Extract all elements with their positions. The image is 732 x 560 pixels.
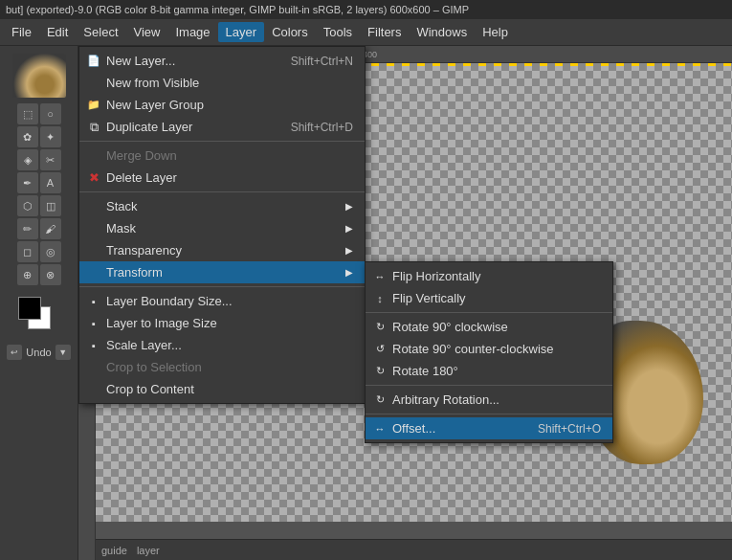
layer-menu: 📄 New Layer... Shift+Ctrl+N New from Vis… [78, 46, 366, 404]
menu-file[interactable]: File [4, 22, 39, 42]
rotate-90ccw-icon: ↺ [371, 343, 388, 355]
menu-edit[interactable]: Edit [39, 22, 76, 42]
tool-free-select[interactable]: ✿ [17, 126, 38, 147]
new-layer-icon: 📄 [85, 55, 102, 67]
tool-row-6: ✏ 🖌 [17, 218, 61, 239]
rotate-180-icon: ↻ [371, 365, 388, 377]
tool-ellipse-select[interactable]: ○ [40, 103, 61, 124]
arbitrary-rotation-icon: ↻ [371, 393, 388, 406]
menu-item-stack[interactable]: Stack ▶ [79, 195, 365, 217]
tool-text[interactable]: A [40, 172, 61, 193]
guide-label: guide [101, 545, 127, 556]
tool-by-color[interactable]: ◈ [17, 149, 38, 170]
separator-1 [79, 141, 365, 142]
tool-erase[interactable]: ◻ [17, 241, 38, 262]
delete-layer-icon: ✖ [85, 170, 102, 185]
submenu-offset[interactable]: ↔ Offset... Shift+Ctrl+O [366, 417, 612, 439]
submenu-rotate-90cw[interactable]: ↻ Rotate 90° clockwise [366, 316, 612, 338]
tool-pencil[interactable]: ✏ [17, 218, 38, 239]
menu-help[interactable]: Help [475, 22, 516, 42]
menu-item-new-layer[interactable]: 📄 New Layer... Shift+Ctrl+N [79, 50, 365, 72]
transform-arrow: ▶ [336, 267, 353, 278]
undo-area: ↩ Undo ▼ [7, 345, 70, 360]
menu-item-layer-to-image[interactable]: ▪ Layer to Image Size [79, 312, 365, 334]
title-text: but] (exported)-9.0 (RGB color 8-bit gam… [6, 4, 469, 15]
new-layer-group-icon: 📁 [85, 99, 102, 111]
undo-expand[interactable]: ▼ [55, 345, 71, 360]
menu-filters[interactable]: Filters [360, 22, 409, 42]
menu-item-transform[interactable]: Transform ▶ ↔ Flip Horizontally ↕ Flip V… [79, 261, 365, 283]
menu-layer[interactable]: Layer [218, 22, 265, 42]
tool-row-4: ✒ A [17, 172, 61, 193]
tool-row-2: ✿ ✦ [17, 126, 61, 147]
menu-item-duplicate-layer[interactable]: ⧉ Duplicate Layer Shift+Ctrl+D [79, 116, 365, 138]
tool-paintbrush[interactable]: 🖌 [40, 218, 61, 239]
layer-boundary-icon: ▪ [85, 296, 102, 307]
tool-row-5: ⬡ ◫ [17, 195, 61, 216]
main-area: ⬚ ○ ✿ ✦ ◈ ✂ ✒ A ⬡ ◫ ✏ 🖌 ◻ ◎ ⊕ ⊗ [0, 46, 732, 560]
stack-arrow: ▶ [336, 201, 353, 212]
tool-scissors[interactable]: ✂ [40, 149, 61, 170]
menu-image[interactable]: Image [167, 22, 217, 42]
tool-blend[interactable]: ◫ [40, 195, 61, 216]
tool-bucket[interactable]: ⬡ [17, 195, 38, 216]
menu-item-crop-to-selection[interactable]: Crop to Selection [79, 356, 365, 378]
submenu-arbitrary-rotation[interactable]: ↻ Arbitrary Rotation... [366, 389, 612, 411]
submenu-sep-1 [366, 312, 612, 313]
title-bar: but] (exported)-9.0 (RGB color 8-bit gam… [0, 0, 732, 19]
tool-row-8: ⊕ ⊗ [17, 264, 61, 285]
tool-rect-select[interactable]: ⬚ [17, 103, 38, 124]
separator-2 [79, 191, 365, 192]
menu-windows[interactable]: Windows [409, 22, 475, 42]
transparency-arrow: ▶ [336, 245, 353, 256]
tool-row-1: ⬚ ○ [17, 103, 61, 124]
mask-arrow: ▶ [336, 223, 353, 234]
menu-colors[interactable]: Colors [264, 22, 316, 42]
duplicate-layer-icon: ⧉ [85, 120, 102, 135]
menu-item-transparency[interactable]: Transparency ▶ [79, 239, 365, 261]
separator-3 [79, 286, 365, 287]
submenu-rotate-90ccw[interactable]: ↺ Rotate 90° counter-clockwise [366, 338, 612, 360]
foreground-color[interactable] [18, 297, 41, 320]
menu-item-crop-to-content[interactable]: Crop to Content [79, 378, 365, 400]
transform-submenu: ↔ Flip Horizontally ↕ Flip Vertically ↻ … [365, 261, 613, 443]
image-thumbnail [12, 54, 66, 98]
menu-item-delete-layer[interactable]: ✖ Delete Layer [79, 167, 365, 189]
undo-label: Undo [26, 347, 51, 358]
menu-select[interactable]: Select [76, 22, 125, 42]
tool-clone[interactable]: ⊗ [40, 264, 61, 285]
tool-airbrush[interactable]: ◎ [40, 241, 61, 262]
offset-icon: ↔ [371, 423, 388, 435]
submenu-sep-3 [366, 414, 612, 414]
menu-item-new-layer-group[interactable]: 📁 New Layer Group [79, 94, 365, 116]
canvas-area: 100 200 300 400 guide layer 📄 New Layer.… [78, 46, 732, 560]
menu-bar: File Edit Select View Image Layer Colors… [0, 19, 732, 46]
menu-item-layer-boundary-size[interactable]: ▪ Layer Boundary Size... [79, 290, 365, 312]
submenu-flip-v[interactable]: ↕ Flip Vertically [366, 287, 612, 309]
menu-view[interactable]: View [126, 22, 168, 42]
color-swatches [16, 295, 62, 335]
tool-heal[interactable]: ⊕ [17, 264, 38, 285]
submenu-rotate-180[interactable]: ↻ Rotate 180° [366, 360, 612, 382]
menu-item-mask[interactable]: Mask ▶ [79, 217, 365, 239]
layer-to-image-icon: ▪ [85, 318, 102, 329]
tool-row-7: ◻ ◎ [17, 241, 61, 262]
tool-fuzzy-select[interactable]: ✦ [40, 126, 61, 147]
tool-paths[interactable]: ✒ [17, 172, 38, 193]
submenu-sep-2 [366, 385, 612, 386]
menu-item-new-from-visible[interactable]: New from Visible [79, 72, 365, 94]
layer-label: layer [137, 545, 160, 556]
status-bar: guide layer [96, 539, 732, 560]
left-toolbar: ⬚ ○ ✿ ✦ ◈ ✂ ✒ A ⬡ ◫ ✏ 🖌 ◻ ◎ ⊕ ⊗ [0, 46, 78, 560]
menu-item-scale-layer[interactable]: ▪ Scale Layer... [79, 334, 365, 356]
scale-layer-icon: ▪ [85, 340, 102, 351]
tool-row-3: ◈ ✂ [17, 149, 61, 170]
menu-tools[interactable]: Tools [316, 22, 360, 42]
flip-v-icon: ↕ [371, 293, 388, 304]
submenu-flip-h[interactable]: ↔ Flip Horizontally [366, 265, 612, 287]
flip-h-icon: ↔ [371, 271, 388, 282]
undo-icon[interactable]: ↩ [7, 345, 22, 360]
rotate-90cw-icon: ↻ [371, 321, 388, 333]
menu-item-merge-down[interactable]: Merge Down [79, 145, 365, 167]
